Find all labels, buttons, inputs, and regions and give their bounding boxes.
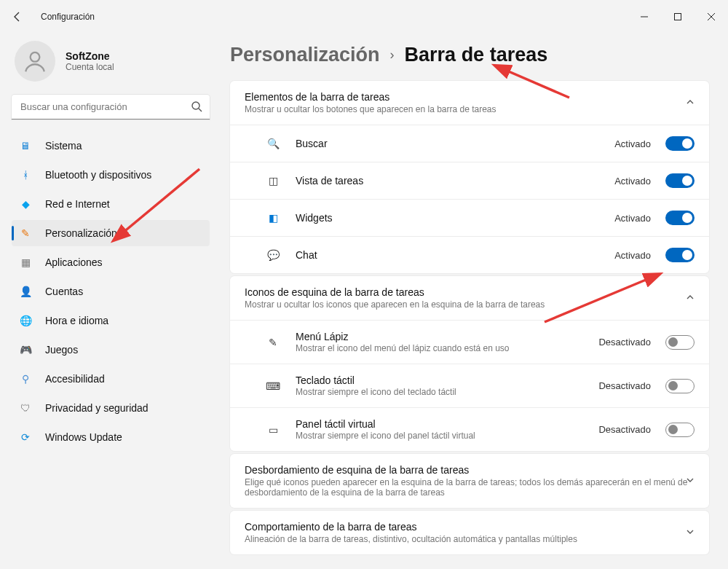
sidebar-item-juegos[interactable]: 🎮Juegos <box>12 337 210 363</box>
search-icon <box>191 101 202 115</box>
toggle-state-label: Desactivado <box>598 424 651 435</box>
sidebar-item-sistema[interactable]: 🖥Sistema <box>12 133 210 159</box>
back-button[interactable] <box>6 5 29 28</box>
lapiz-icon: ✎ <box>265 334 281 350</box>
sidebar-item-bluetooth[interactable]: ᚼBluetooth y dispositivos <box>12 162 210 188</box>
user-block[interactable]: SoftZone Cuenta local <box>12 41 210 82</box>
widgets-icon: ◧ <box>265 210 281 226</box>
section-header-taskbar-items[interactable]: Elementos de la barra de tareas Mostrar … <box>230 81 709 125</box>
close-button[interactable] <box>695 0 728 34</box>
buscar-icon: 🔍 <box>265 136 281 152</box>
red-icon: ◆ <box>19 197 32 211</box>
maximize-button[interactable] <box>661 0 695 34</box>
search-input[interactable] <box>12 95 210 119</box>
tareas-icon: ◫ <box>265 173 281 189</box>
sidebar-item-privacidad[interactable]: 🛡Privacidad y seguridad <box>12 395 210 421</box>
svg-point-5 <box>192 102 199 109</box>
section-header-behavior[interactable]: Comportamiento de la barra de tareas Ali… <box>230 511 709 554</box>
arrow-left-icon <box>12 11 23 23</box>
sidebar-item-label: Juegos <box>45 344 78 356</box>
update-icon: ⟳ <box>19 431 32 444</box>
svg-line-6 <box>199 109 202 111</box>
teclado-icon: ⌨ <box>265 378 281 394</box>
sidebar-item-red[interactable]: ◆Red e Internet <box>12 191 210 217</box>
svg-rect-1 <box>675 14 681 20</box>
section-subtitle: Mostrar u ocultar los botones que aparec… <box>245 104 695 114</box>
section-subtitle: Mostrar u ocultar los iconos que aparece… <box>245 299 695 310</box>
section-header-overflow[interactable]: Desbordamiento de esquina de la barra de… <box>230 454 709 508</box>
sidebar-item-label: Red e Internet <box>45 198 110 210</box>
toggle-lapiz[interactable] <box>665 335 695 350</box>
user-type: Cuenta local <box>66 62 114 72</box>
accesibilidad-icon: ⚲ <box>19 372 32 385</box>
row-title: Menú Lápiz <box>296 331 598 342</box>
sidebar-item-personalizacion[interactable]: ✎Personalización <box>12 220 210 246</box>
toggle-buscar[interactable] <box>665 136 695 151</box>
sidebar: SoftZone Cuenta local 🖥SistemaᚼBluetooth… <box>0 34 218 569</box>
sidebar-item-accesibilidad[interactable]: ⚲Accesibilidad <box>12 366 210 392</box>
section-subtitle: Elige qué iconos pueden aparecer en la e… <box>245 477 695 498</box>
sidebar-item-update[interactable]: ⟳Windows Update <box>12 424 210 450</box>
chevron-down-icon <box>686 474 695 487</box>
app-title: Configuración <box>41 12 95 22</box>
sidebar-item-label: Privacidad y seguridad <box>45 402 149 414</box>
sidebar-item-label: Windows Update <box>45 431 122 443</box>
section-title: Iconos de esquina de la barra de tareas <box>245 286 695 298</box>
chevron-up-icon <box>686 96 695 109</box>
toggle-tareas[interactable] <box>665 173 695 188</box>
juegos-icon: 🎮 <box>19 343 32 356</box>
sidebar-item-aplicaciones[interactable]: ▦Aplicaciones <box>12 249 210 275</box>
row-title: Panel táctil virtual <box>296 418 598 430</box>
toggle-panel[interactable] <box>665 423 695 437</box>
row-title: Vista de tareas <box>296 175 614 187</box>
section-taskbar-items: Elementos de la barra de tareas Mostrar … <box>230 81 709 273</box>
hora-icon: 🌐 <box>19 314 32 327</box>
minimize-button[interactable] <box>628 0 661 34</box>
toggle-chat[interactable] <box>665 248 695 262</box>
row-lapiz: ✎ Menú Lápiz Mostrar el icono del menú d… <box>230 320 709 364</box>
row-title: Buscar <box>296 138 614 149</box>
breadcrumb-parent[interactable]: Personalización <box>230 44 380 66</box>
toggle-widgets[interactable] <box>665 211 695 225</box>
toggle-state-label: Desactivado <box>598 380 651 391</box>
main: Personalización › Barra de tareas Elemen… <box>218 34 728 569</box>
toggle-state-label: Desactivado <box>598 337 651 348</box>
sidebar-item-label: Accesibilidad <box>45 373 105 385</box>
toggle-state-label: Activado <box>614 213 651 224</box>
privacidad-icon: 🛡 <box>19 401 32 415</box>
chevron-up-icon <box>686 291 695 305</box>
aplicaciones-icon: ▦ <box>19 256 32 269</box>
sidebar-item-label: Hora e idioma <box>45 315 108 326</box>
personalizacion-icon: ✎ <box>19 227 32 240</box>
sidebar-item-cuentas[interactable]: 👤Cuentas <box>12 278 210 305</box>
chevron-right-icon: › <box>390 47 395 63</box>
user-name: SoftZone <box>66 50 114 62</box>
sidebar-item-label: Personalización <box>45 227 117 239</box>
page-title: Barra de tareas <box>405 44 548 66</box>
row-title: Teclado táctil <box>296 374 598 386</box>
search-box <box>12 95 210 119</box>
sidebar-item-hora[interactable]: 🌐Hora e idioma <box>12 307 210 334</box>
chat-icon: 💬 <box>265 247 281 263</box>
toggle-state-label: Activado <box>614 250 651 261</box>
row-widgets: ◧ Widgets Activado <box>230 199 709 236</box>
chevron-down-icon <box>686 526 695 539</box>
section-subtitle: Alineación de la barra de tareas, distin… <box>245 534 695 544</box>
sidebar-item-label: Aplicaciones <box>45 256 103 268</box>
svg-point-4 <box>31 52 40 62</box>
row-title: Chat <box>296 249 614 261</box>
section-title: Desbordamiento de esquina de la barra de… <box>245 464 695 476</box>
row-subtitle: Mostrar el icono del menú del lápiz cuan… <box>296 343 598 353</box>
titlebar: Configuración <box>0 0 728 34</box>
breadcrumb: Personalización › Barra de tareas <box>230 44 709 66</box>
section-title: Comportamiento de la barra de tareas <box>245 521 695 533</box>
sidebar-item-label: Cuentas <box>45 286 83 297</box>
section-header-corner-icons[interactable]: Iconos de esquina de la barra de tareas … <box>230 276 709 320</box>
toggle-teclado[interactable] <box>665 379 695 393</box>
sidebar-item-label: Bluetooth y dispositivos <box>45 169 151 181</box>
toggle-state-label: Activado <box>614 138 651 149</box>
window-controls <box>628 0 728 34</box>
content: SoftZone Cuenta local 🖥SistemaᚼBluetooth… <box>0 34 728 569</box>
row-buscar: 🔍 Buscar Activado <box>230 125 709 162</box>
sidebar-item-label: Sistema <box>45 140 82 152</box>
